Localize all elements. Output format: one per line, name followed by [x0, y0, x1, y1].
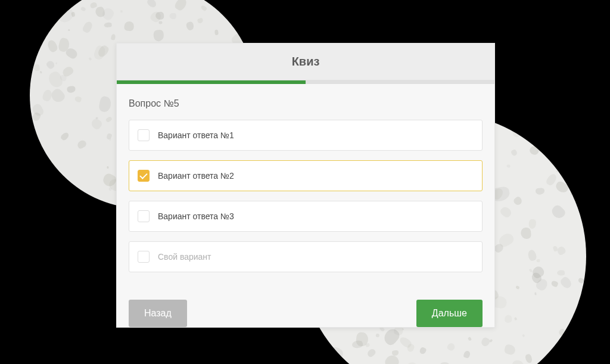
quiz-title: Квиз	[292, 55, 320, 69]
option-2-label: Вариант ответа №2	[158, 171, 234, 181]
checkbox-unchecked-icon	[138, 210, 150, 222]
question-text: Вопрос №5	[129, 98, 483, 109]
checkbox-unchecked-icon	[138, 129, 150, 141]
quiz-body: Вопрос №5 Вариант ответа №1 Вариант отве…	[117, 84, 494, 294]
quiz-header: Квиз	[117, 43, 494, 80]
option-1[interactable]: Вариант ответа №1	[129, 120, 483, 151]
option-2[interactable]: Вариант ответа №2	[129, 160, 483, 191]
option-1-label: Вариант ответа №1	[158, 130, 234, 140]
quiz-card: Квиз Вопрос №5 Вариант ответа №1 Вариант…	[116, 43, 495, 328]
option-3[interactable]: Вариант ответа №3	[129, 201, 483, 232]
quiz-footer: Назад Дальше	[117, 300, 494, 327]
checkbox-unchecked-icon	[138, 251, 150, 263]
back-button[interactable]: Назад	[129, 300, 187, 327]
custom-option-input[interactable]	[158, 252, 474, 262]
next-button[interactable]: Дальше	[416, 300, 483, 327]
option-3-label: Вариант ответа №3	[158, 211, 234, 221]
option-custom[interactable]	[129, 241, 483, 272]
checkbox-checked-icon	[138, 170, 150, 182]
progress-bar	[117, 80, 494, 84]
progress-fill	[117, 80, 306, 84]
